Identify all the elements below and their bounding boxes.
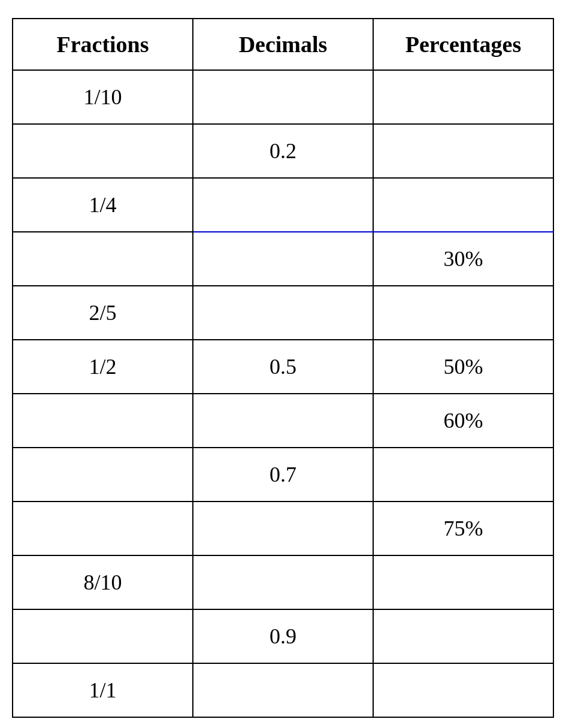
table-row: 1/1 xyxy=(13,663,553,717)
main-container: Fractions Decimals Percentages 1/10 0.2 … xyxy=(12,18,554,718)
cell-percentage-11 xyxy=(373,663,553,717)
table-row: 0.9 xyxy=(13,609,553,663)
cell-decimal-6 xyxy=(193,394,373,448)
cell-fraction-11: 1/1 xyxy=(13,663,193,717)
cell-fraction-5: 1/2 xyxy=(13,340,193,394)
cell-decimal-5: 0.5 xyxy=(193,340,373,394)
cell-decimal-10: 0.9 xyxy=(193,609,373,663)
cell-decimal-1: 0.2 xyxy=(193,124,373,178)
cell-decimal-8 xyxy=(193,502,373,555)
cell-decimal-3 xyxy=(193,232,373,286)
cell-percentage-9 xyxy=(373,555,553,609)
cell-percentage-1 xyxy=(373,124,553,178)
table-row: 30% xyxy=(13,232,553,286)
fractions-table: Fractions Decimals Percentages 1/10 0.2 … xyxy=(12,18,554,718)
table-row: 8/10 xyxy=(13,555,553,609)
cell-percentage-8: 75% xyxy=(373,502,553,555)
cell-decimal-9 xyxy=(193,555,373,609)
cell-decimal-2 xyxy=(193,178,373,232)
cell-fraction-8 xyxy=(13,502,193,555)
table-row: 1/10 xyxy=(13,70,553,124)
cell-percentage-6: 60% xyxy=(373,394,553,448)
header-row: Fractions Decimals Percentages xyxy=(13,19,553,70)
cell-percentage-3: 30% xyxy=(373,232,553,286)
table-row: 1/2 0.5 50% xyxy=(13,340,553,394)
table-row: 0.7 xyxy=(13,448,553,502)
table-row: 2/5 xyxy=(13,286,553,340)
header-percentages: Percentages xyxy=(373,19,553,70)
cell-decimal-11 xyxy=(193,663,373,717)
cell-fraction-2: 1/4 xyxy=(13,178,193,232)
cell-percentage-2 xyxy=(373,178,553,232)
cell-decimal-4 xyxy=(193,286,373,340)
table-row: 1/4 xyxy=(13,178,553,232)
cell-fraction-4: 2/5 xyxy=(13,286,193,340)
header-fractions: Fractions xyxy=(13,19,193,70)
cell-decimal-7: 0.7 xyxy=(193,448,373,502)
cell-fraction-1 xyxy=(13,124,193,178)
cell-fraction-3 xyxy=(13,232,193,286)
cell-percentage-4 xyxy=(373,286,553,340)
cell-decimal-0 xyxy=(193,70,373,124)
cell-percentage-5: 50% xyxy=(373,340,553,394)
cell-percentage-10 xyxy=(373,609,553,663)
cell-fraction-0: 1/10 xyxy=(13,70,193,124)
cell-fraction-6 xyxy=(13,394,193,448)
cell-percentage-0 xyxy=(373,70,553,124)
table-row: 0.2 xyxy=(13,124,553,178)
header-decimals: Decimals xyxy=(193,19,373,70)
cell-fraction-7 xyxy=(13,448,193,502)
table-row: 60% xyxy=(13,394,553,448)
cell-percentage-7 xyxy=(373,448,553,502)
cell-fraction-9: 8/10 xyxy=(13,555,193,609)
table-row: 75% xyxy=(13,502,553,555)
cell-fraction-10 xyxy=(13,609,193,663)
